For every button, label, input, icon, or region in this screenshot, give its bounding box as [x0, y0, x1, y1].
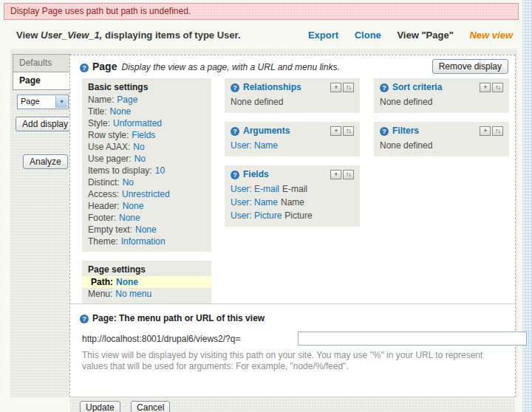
- fields-box: ? Fields + ↑↓ User: E-mailE-mail User: N…: [225, 165, 360, 227]
- setting-label: Footer:: [88, 213, 116, 223]
- setting-link[interactable]: None: [110, 106, 132, 117]
- sort-criteria-box: ? Sort criteria + ↑↓ None defined: [374, 78, 509, 113]
- relationships-empty-text: None defined: [231, 95, 354, 109]
- menu-value-link[interactable]: No menu: [115, 289, 151, 299]
- error-message-text: Display Page uses path but path is undef…: [10, 6, 191, 16]
- sort-criteria-title-link[interactable]: Sort criteria: [392, 81, 442, 94]
- arguments-box: ? Arguments + ↑↓ User: Name: [225, 122, 360, 157]
- setting-link[interactable]: No: [133, 142, 144, 152]
- page-background-strip: [522, 0, 532, 412]
- path-label: Path:: [91, 277, 113, 287]
- view-name: User_View_1,: [41, 30, 102, 41]
- help-icon[interactable]: ?: [380, 83, 389, 92]
- tab-page[interactable]: Page: [13, 72, 71, 90]
- settings-column-2: ? Relationships + ↑↓ None defined ? Argu…: [225, 78, 360, 236]
- rearrange-icon[interactable]: ↑↓: [343, 170, 354, 179]
- setting-link[interactable]: Information: [121, 236, 166, 247]
- view-page-link[interactable]: View "Page": [397, 30, 453, 41]
- setting-link[interactable]: Page: [117, 95, 137, 105]
- panel-subtitle: Display the view as a page, with a URL a…: [121, 62, 339, 72]
- field-item-label: Picture: [284, 210, 312, 221]
- field-item-link[interactable]: User: Picture: [231, 210, 282, 221]
- view-header-links: Export Clone View "Page" New view: [295, 30, 513, 41]
- setting-link[interactable]: 10: [155, 165, 165, 176]
- path-input[interactable]: [298, 332, 527, 346]
- path-help-text: This view will be displayed by visiting …: [82, 350, 508, 372]
- display-type-select-value: Page: [21, 97, 40, 106]
- add-icon[interactable]: +: [330, 126, 341, 136]
- add-icon[interactable]: +: [480, 83, 491, 92]
- help-icon[interactable]: ?: [231, 127, 239, 136]
- setting-link[interactable]: No: [134, 154, 146, 164]
- setting-label: Use AJAX:: [88, 142, 130, 152]
- help-icon[interactable]: ?: [231, 171, 239, 179]
- filters-box: ? Filters + ↑↓ None defined: [374, 122, 509, 157]
- rearrange-icon[interactable]: ↑↓: [492, 126, 503, 136]
- help-icon[interactable]: ?: [380, 127, 389, 136]
- menu-label: Menu:: [88, 289, 112, 299]
- filters-empty-text: None defined: [380, 139, 503, 152]
- setting-label: Name:: [88, 95, 114, 105]
- setting-label: Row style:: [88, 130, 129, 140]
- settings-column-1: Basic settings Name:Page Title:None Styl…: [82, 78, 211, 313]
- path-config-heading: ?Page: The menu path or URL of this view: [80, 313, 265, 323]
- field-item-link[interactable]: User: Name: [231, 197, 278, 207]
- arguments-title-link[interactable]: Arguments: [243, 125, 290, 137]
- panel-title: Page: [92, 61, 117, 72]
- field-item-label: Name: [281, 197, 304, 207]
- relationships-box: ? Relationships + ↑↓ None defined: [225, 78, 360, 113]
- page-settings-title: Page settings: [88, 264, 205, 276]
- error-message: Display Page uses path but path is undef…: [4, 3, 519, 20]
- add-icon[interactable]: +: [480, 126, 491, 136]
- views-edit-area: Defaults Page Page ▼ Add display Analyze…: [10, 49, 517, 397]
- export-link[interactable]: Export: [308, 30, 338, 41]
- path-config-title: Page: The menu path or URL of this view: [92, 313, 265, 323]
- view-title: View User_View_1, displaying items of ty…: [16, 30, 241, 41]
- fields-title-link[interactable]: Fields: [243, 168, 269, 181]
- help-icon[interactable]: ?: [80, 63, 89, 72]
- rearrange-icon[interactable]: ↑↓: [492, 83, 503, 92]
- tab-defaults[interactable]: Defaults: [13, 54, 71, 72]
- setting-label: Title:: [88, 106, 107, 117]
- add-display-button[interactable]: Add display: [16, 117, 75, 131]
- cancel-button[interactable]: Cancel: [131, 401, 170, 412]
- display-settings-panel: ?PageDisplay the view as a page, with a …: [69, 55, 516, 397]
- setting-label: Header:: [88, 201, 120, 211]
- setting-link[interactable]: Unformatted: [113, 118, 162, 128]
- setting-link[interactable]: No: [123, 177, 134, 188]
- setting-link[interactable]: Fields: [132, 130, 155, 140]
- setting-link[interactable]: None: [119, 213, 140, 223]
- clone-link[interactable]: Clone: [355, 30, 381, 41]
- help-icon[interactable]: ?: [80, 315, 89, 323]
- analyze-button[interactable]: Analyze: [23, 154, 68, 169]
- remove-display-button[interactable]: Remove display: [432, 59, 508, 74]
- relationships-title-link[interactable]: Relationships: [243, 81, 301, 94]
- path-value-link[interactable]: None: [116, 277, 138, 287]
- argument-item-link[interactable]: User: Name: [231, 140, 278, 151]
- path-url-row: http://localhost:8001/drupal6/views2/?q=: [82, 334, 240, 344]
- filters-title-link[interactable]: Filters: [392, 125, 419, 137]
- tab-defaults-label: Defaults: [19, 58, 52, 68]
- field-item-link[interactable]: User: E-mail: [231, 184, 279, 194]
- update-button[interactable]: Update: [80, 401, 120, 412]
- chevron-down-icon[interactable]: ▼: [55, 96, 67, 108]
- new-view-link[interactable]: New view: [469, 30, 513, 41]
- setting-link[interactable]: Unrestricted: [122, 189, 170, 199]
- path-config-section: ?Page: The menu path or URL of this view…: [70, 303, 515, 396]
- setting-label: Items to display:: [88, 165, 152, 176]
- panel-title-row: ?PageDisplay the view as a page, with a …: [80, 61, 434, 72]
- setting-link[interactable]: None: [135, 224, 157, 235]
- url-prefix: http://localhost:8001/drupal6/views2/?q=: [82, 334, 240, 344]
- display-type-select[interactable]: Page ▼: [17, 95, 69, 109]
- rearrange-icon[interactable]: ↑↓: [343, 83, 354, 92]
- setting-label: Empty text:: [88, 224, 132, 235]
- add-icon[interactable]: +: [330, 170, 341, 179]
- basic-settings-title: Basic settings: [88, 81, 205, 94]
- view-title-suffix: displaying items of type User.: [105, 30, 241, 41]
- basic-settings-box: Basic settings Name:Page Title:None Styl…: [82, 78, 211, 252]
- add-icon[interactable]: +: [330, 83, 341, 92]
- setting-link[interactable]: None: [123, 201, 144, 211]
- help-icon[interactable]: ?: [231, 83, 239, 92]
- rearrange-icon[interactable]: ↑↓: [343, 126, 354, 136]
- view-title-prefix: View: [16, 30, 38, 41]
